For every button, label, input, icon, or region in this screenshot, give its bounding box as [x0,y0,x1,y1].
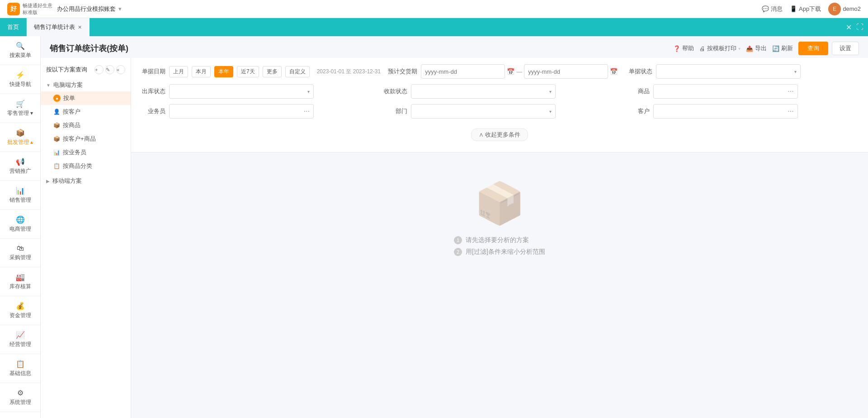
payment-select[interactable]: ▾ [411,84,556,99]
sidebar-item-quick-nav[interactable]: ⚡ 快捷导航 [0,65,40,94]
empty-tips: 1 请先选择要分析的方案 2 用[过滤]条件来缩小分析范围 [454,236,545,256]
breadcrumb-text: 办公用品行业模拟账套 [57,5,116,13]
goods-dots[interactable]: ··· [788,87,793,95]
scheme-panel: 按以下方案查询 + ✎ « [41,58,131,418]
calendar-to-icon[interactable]: 📅 [610,68,618,75]
date-range-text: 2023-01-01 至 2023-12-31 [317,68,381,76]
print-icon: 🖨 [699,45,705,52]
scheme-item-by-goods[interactable]: 📦 按商品 [41,119,131,132]
user-area[interactable]: E demo2 [828,3,861,15]
message-button[interactable]: 💬 消息 [762,5,783,13]
filter-row-2: 出库状态 ▾ 收款状态 ▾ [140,84,859,99]
expected-date-to-input[interactable] [524,64,608,79]
user-name: demo2 [843,5,861,12]
scheme-add-button[interactable]: + [94,65,104,74]
sidebar-item-operations[interactable]: 📈 经营管理 [0,325,40,354]
sidebar-item-purchase[interactable]: 🛍 采购管理 [0,239,40,267]
date-btn-custom[interactable]: 自定义 [285,66,310,77]
scheme-group-mobile-header[interactable]: ▶ 移动端方案 [41,175,131,187]
filter-row-1: 单据日期 上月 本月 本年 近7天 更多 自定义 2023-01-0 [140,64,859,79]
scheme-item-by-customer-goods[interactable]: 📦 按客户+商品 [41,132,131,146]
date-btn-more[interactable]: 更多 [263,66,282,77]
empty-tip-2: 2 用[过滤]条件来缩小分析范围 [454,248,545,256]
sidebar-item-system[interactable]: ⚙ 系统管理 [0,383,40,412]
collapse-button[interactable]: ∧ 收起更多条件 [471,128,528,141]
payment-label: 收款状态 [382,87,407,95]
export-button[interactable]: 📤 导出 [746,44,767,52]
date-range-display: 2023-01-01 至 2023-12-31 [317,68,381,76]
goods-icon: 📦 [53,122,60,128]
goods-select[interactable]: ··· [653,84,798,99]
refresh-icon: 🔄 [772,45,779,52]
scheme-item-by-goods-category[interactable]: 📋 按商品分类 [41,159,131,173]
customer-section: 客户 ··· [624,104,859,119]
shipment-select[interactable]: ▾ [169,84,314,99]
tab-close-window-btn[interactable]: ✕ [846,23,852,32]
scheme-group-desktop-header[interactable]: ▼ 电脑端方案 [41,79,131,91]
search-icon: 🔍 [3,42,38,50]
scheme-item-by-customer[interactable]: 👤 按客户 [41,105,131,119]
date-btn-this-month[interactable]: 本月 [192,66,211,77]
calendar-from-icon[interactable]: 📅 [507,68,514,75]
filter-area: 单据日期 上月 本月 本年 近7天 更多 自定义 2023-01-0 [131,58,868,152]
date-btn-last-month[interactable]: 上月 [169,66,188,77]
template-print-label: 按模板打印 [707,44,736,52]
quick-nav-icon: ⚡ [3,71,38,79]
tab-sales-order-label: 销售订单统计表 [34,23,75,31]
tab-sales-order[interactable]: 销售订单统计表 ✕ [27,18,90,36]
date-btn-last-7-days[interactable]: 近7天 [237,66,259,77]
filter-row-3: 业务员 ··· 部门 ▾ [140,104,859,119]
date-btn-current-year[interactable]: 本年 [214,66,233,77]
status-select[interactable]: ▾ [656,64,801,79]
sidebar-item-finance[interactable]: 💰 资金管理 [0,296,40,325]
app-download-button[interactable]: 📱 App下载 [790,5,821,13]
tab-close-icon[interactable]: ✕ [78,24,82,30]
salesperson-dots[interactable]: ··· [304,107,310,115]
scheme-panel-actions: + ✎ « [94,65,125,74]
customer-dots[interactable]: ··· [788,107,793,115]
payment-section: 收款状态 ▾ [382,84,617,99]
tab-bar: 首页 销售订单统计表 ✕ ✕ ⛶ [0,18,868,36]
sidebar-item-inventory[interactable]: 🏭 库存核算 [0,267,40,296]
top-btn-area: 查询 设置 [798,42,859,55]
sidebar-item-wholesale[interactable]: 📦 批发管理 ▴ [0,123,40,152]
triangle-right-icon: ▶ [46,179,50,184]
sidebar-item-marketing[interactable]: 📢 营销推广 [0,152,40,181]
sidebar-item-enterprise[interactable]: 🤝 企业协同 [0,412,40,418]
breadcrumb-area[interactable]: 办公用品行业模拟账套 ▾ [57,5,122,13]
setting-button[interactable]: 设置 [832,42,859,55]
breadcrumb-arrow[interactable]: ▾ [118,5,122,12]
scheme-edit-button[interactable]: ✎ [105,65,114,74]
sidebar-item-search[interactable]: 🔍 搜索菜单 [0,36,40,65]
sidebar-item-retail[interactable]: 🛒 零售管理 ▾ [0,94,40,123]
expected-date-from-input[interactable] [421,64,505,79]
sidebar-item-ecommerce[interactable]: 🌐 电商管理 [0,210,40,239]
scheme-panel-title: 按以下方案查询 [46,66,92,74]
salesperson-select[interactable]: ··· [169,104,314,119]
page-header: 销售订单统计表(按单) ❓ 帮助 🖨 按模板打印 ▾ 📤 导出 🔄 刷新 [41,36,868,58]
scheme-item-by-goods-category-label: 按商品分类 [63,162,92,170]
sidebar-item-basic[interactable]: 📋 基础信息 [0,354,40,383]
refresh-button[interactable]: 🔄 刷新 [772,44,793,52]
purchase-icon: 🛍 [3,244,38,252]
help-button[interactable]: ❓ 帮助 [673,44,694,52]
customer-select[interactable]: ··· [653,104,798,119]
wholesale-icon: 📦 [3,128,38,137]
left-sidebar: 🔍 搜索菜单 ⚡ 快捷导航 🛒 零售管理 ▾ 📦 批发管理 ▴ 📢 营销推广 📊… [0,36,41,418]
template-print-button[interactable]: 🖨 按模板打印 ▾ [699,44,741,52]
page-title: 销售订单统计表(按单) [50,43,128,54]
sidebar-item-sales[interactable]: 📊 销售管理 [0,181,40,210]
top-bar-right: 💬 消息 📱 App下载 E demo2 [762,3,861,15]
scheme-group-mobile-label: 移动端方案 [52,177,82,185]
department-select[interactable]: ▾ [411,104,556,119]
message-label: 消息 [771,5,783,13]
edit-icon: ✎ [106,67,114,73]
scheme-item-by-salesperson[interactable]: 📊 按业务员 [41,146,131,159]
scheme-item-by-order[interactable]: ● 按单 [41,91,131,105]
customer-icon: 👤 [53,109,60,115]
operations-icon: 📈 [3,331,38,339]
tab-home[interactable]: 首页 [0,18,27,36]
tab-fullscreen-btn[interactable]: ⛶ [856,23,863,31]
query-button[interactable]: 查询 [798,42,828,55]
scheme-collapse-button[interactable]: « [116,65,125,74]
